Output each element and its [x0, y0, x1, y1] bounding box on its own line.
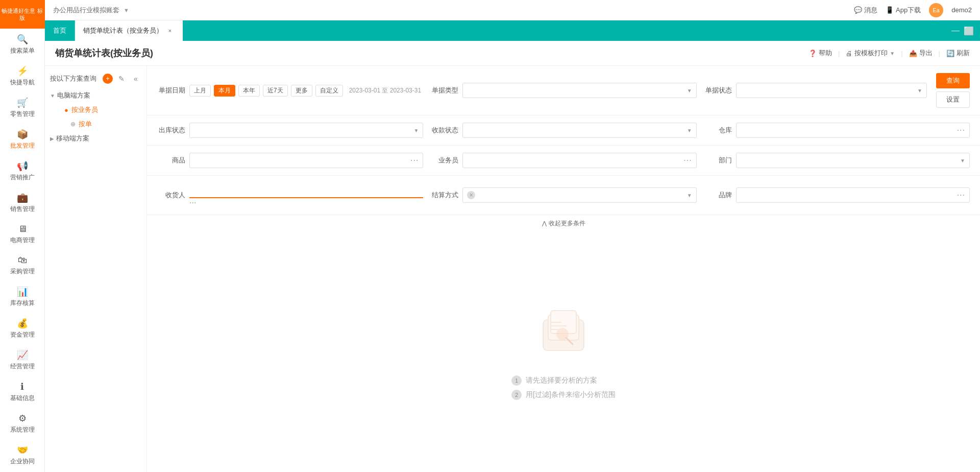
active-scheme-icon: ●	[64, 106, 68, 114]
tree-item-by-salesperson[interactable]: ● 按业务员	[45, 103, 146, 117]
tab-minimize-btn[interactable]: —	[951, 26, 960, 35]
left-panel: 按以下方案查询 + ✎ « ▼ 电脑端方案 ● 按业务员	[45, 66, 147, 472]
brand-label: 品牌	[704, 191, 732, 200]
sidebar-item-retail[interactable]: 🛒 零售管理	[0, 92, 45, 124]
filter-cell-date: 单据日期 上月 本月 本年 近7天 更多 自定义 2023-03-01 至 20…	[157, 73, 423, 108]
app-download-btn[interactable]: 📱 App下载	[886, 6, 921, 15]
left-panel-icons: + ✎ «	[103, 73, 141, 84]
page-title: 销货单统计表(按业务员)	[55, 47, 153, 59]
refresh-icon: 🔄	[946, 50, 954, 57]
sidebar-item-wholesale[interactable]: 📦 批发管理	[0, 124, 45, 155]
goods-label: 商品	[157, 156, 185, 165]
wholesale-icon: 📦	[3, 129, 42, 140]
print-dropdown-arrow[interactable]: ▼	[890, 51, 895, 56]
tab-bar: 首页 销货单统计表（按业务员） × — ⬜	[45, 20, 980, 41]
salesperson-select[interactable]: ···	[462, 153, 696, 168]
basic-icon: ℹ	[3, 381, 42, 392]
out-status-select[interactable]: ▼	[189, 123, 423, 138]
sidebar-item-purchase[interactable]: 🛍 采购管理	[0, 250, 45, 281]
department-select[interactable]: ▼	[736, 153, 970, 168]
filter-cell-payment: 结算方式 × ▼	[430, 183, 696, 207]
export-btn[interactable]: 📤 导出	[909, 49, 933, 58]
tree-section-mobile[interactable]: ▶ 移动端方案	[45, 131, 146, 146]
goods-control: ···	[189, 153, 423, 168]
search-menu-icon: 🔍	[3, 34, 42, 45]
receipt-status-arrow-icon: ▼	[687, 128, 692, 133]
filter-row-1: 单据日期 上月 本月 本年 近7天 更多 自定义 2023-03-01 至 20…	[147, 66, 980, 115]
add-scheme-btn[interactable]: +	[103, 74, 113, 84]
sidebar-item-quick-nav[interactable]: ⚡ 快捷导航	[0, 60, 45, 92]
date-this-month-btn[interactable]: 本月	[214, 85, 235, 97]
message-btn[interactable]: 💬 消息	[854, 6, 877, 15]
sidebar-item-search-menu[interactable]: 🔍 搜索菜单	[0, 29, 45, 60]
edit-scheme-btn[interactable]: ✎	[116, 73, 127, 84]
right-panel: 单据日期 上月 本月 本年 近7天 更多 自定义 2023-03-01 至 20…	[147, 66, 980, 472]
help-btn[interactable]: ❓ 帮助	[808, 49, 832, 58]
sidebar-item-sales[interactable]: 💼 销售管理	[0, 187, 45, 219]
logo-text: 畅捷通好生意 标版	[0, 7, 45, 22]
payment-select[interactable]: × ▼	[462, 187, 696, 203]
message-icon: 💬	[854, 6, 862, 14]
sidebar-item-enterprise[interactable]: 🤝 企业协同	[0, 439, 45, 471]
warehouse-select[interactable]: ···	[736, 123, 970, 138]
sidebar-logo[interactable]: 畅捷通好生意 标版	[0, 0, 45, 29]
filter-cell-doc-status: 单据状态 ▼ 查询 设置	[704, 73, 970, 108]
sidebar-item-system[interactable]: ⚙ 系统管理	[0, 408, 45, 439]
left-panel-title: 按以下方案查询	[50, 74, 96, 83]
sidebar-item-basic[interactable]: ℹ 基础信息	[0, 376, 45, 408]
tree-item-by-order[interactable]: ⊕ 按单	[45, 117, 146, 131]
user-avatar[interactable]: Ea	[929, 3, 943, 17]
retail-icon: 🛒	[3, 97, 42, 108]
tab-home[interactable]: 首页	[45, 20, 75, 41]
collapse-label: 收起更多条件	[549, 219, 585, 228]
query-btn[interactable]: 查询	[936, 73, 970, 88]
goods-select[interactable]: ···	[189, 153, 423, 168]
collapse-panel-btn[interactable]: «	[130, 73, 141, 84]
filter-cell-brand: 品牌 ···	[704, 183, 970, 207]
top-header-right: 💬 消息 📱 App下载 Ea demo2	[854, 3, 972, 17]
tab-active[interactable]: 销货单统计表（按业务员） ×	[75, 20, 183, 41]
sub-item-icon: ⊕	[70, 121, 76, 128]
dropdown-arrow-icon[interactable]: ▼	[124, 7, 129, 13]
brand-select[interactable]: ···	[736, 187, 970, 203]
sidebar-item-ecommerce[interactable]: 🖥 电商管理	[0, 219, 45, 250]
doc-type-arrow-icon: ▼	[687, 88, 692, 93]
goods-dots-icon: ···	[410, 156, 419, 165]
doc-status-control: ▼	[736, 83, 927, 98]
refresh-btn[interactable]: 🔄 刷新	[946, 49, 970, 58]
receipt-status-control: ▼	[462, 123, 696, 138]
date-more-btn[interactable]: 更多	[291, 85, 312, 97]
tip-1-num: 1	[511, 375, 522, 386]
date-custom-btn[interactable]: 自定义	[315, 85, 343, 97]
filter-row-3: 商品 ··· 业务员	[147, 146, 980, 176]
date-last7-btn[interactable]: 近7天	[263, 85, 288, 97]
content-area: 销货单统计表(按业务员) ❓ 帮助 | 🖨 按模板打印 ▼ | 📤	[45, 41, 980, 472]
sidebar-item-marketing[interactable]: 📢 营销推广	[0, 155, 45, 187]
sidebar-item-operations[interactable]: 📈 经营管理	[0, 344, 45, 376]
receipt-status-label: 收款状态	[430, 126, 458, 135]
tab-maximize-btn[interactable]: ⬜	[964, 26, 974, 36]
tree-section-mobile-label: 移动端方案	[56, 134, 89, 143]
filter-cell-warehouse: 仓库 ···	[704, 123, 970, 138]
page-header: 销货单统计表(按业务员) ❓ 帮助 | 🖨 按模板打印 ▼ | 📤	[45, 41, 980, 66]
collapse-arrow-icon: ⋀	[542, 220, 547, 227]
receipt-status-select[interactable]: ▼	[462, 123, 696, 138]
print-btn[interactable]: 🖨 按模板打印 ▼	[846, 49, 895, 58]
doc-status-select[interactable]: ▼	[736, 83, 927, 98]
receiver-dots-icon: ···	[189, 198, 198, 207]
tree-section-pc[interactable]: ▼ 电脑端方案	[45, 88, 146, 103]
doc-type-select[interactable]: ▼	[462, 83, 696, 98]
settings-btn[interactable]: 设置	[936, 91, 970, 108]
empty-state-icon	[533, 304, 594, 365]
sidebar-item-finance[interactable]: 💰 资金管理	[0, 313, 45, 344]
collapse-bar[interactable]: ⋀ 收起更多条件	[147, 215, 980, 232]
sidebar-item-inventory[interactable]: 📊 库存核算	[0, 281, 45, 313]
date-this-year-btn[interactable]: 本年	[238, 85, 260, 97]
receiver-input[interactable]	[189, 183, 423, 198]
payment-clear-btn[interactable]: ×	[467, 191, 475, 199]
date-filter-control: 上月 本月 本年 近7天 更多 自定义 2023-03-01 至 2023-03…	[189, 85, 423, 97]
tab-close-btn[interactable]: ×	[166, 27, 174, 35]
filter-cell-receipt-status: 收款状态 ▼	[430, 123, 696, 138]
top-header-left: 办公用品行业模拟账套 ▼	[53, 6, 129, 15]
date-prev-month-btn[interactable]: 上月	[189, 85, 211, 97]
